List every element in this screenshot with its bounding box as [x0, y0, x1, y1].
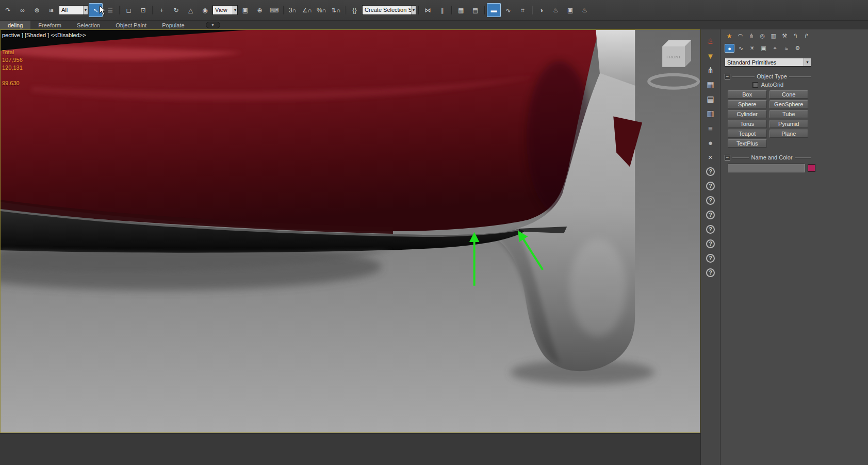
tab-populate[interactable]: Populate — [154, 21, 192, 29]
torus-button[interactable]: Torus — [728, 120, 767, 128]
use-pivot-center-icon[interactable]: ▣ — [238, 3, 252, 17]
space-warps-category-icon[interactable]: ≈ — [781, 44, 791, 53]
select-by-name-icon[interactable]: ☰ — [103, 3, 117, 17]
dock-help-icon[interactable]: ? — [703, 237, 718, 250]
autogrid-checkbox[interactable] — [752, 82, 758, 88]
bind-to-space-warp-icon[interactable]: ≋ — [44, 3, 58, 17]
dock-help-icon[interactable]: ? — [703, 165, 718, 178]
select-and-manipulate-icon[interactable]: ⊕ — [253, 3, 267, 17]
schematic-view-icon[interactable]: ⌗ — [516, 3, 530, 17]
tab-object-paint[interactable]: Object Paint — [108, 21, 154, 29]
material-editor-icon[interactable]: ◑ — [534, 3, 548, 17]
edit-named-selection-sets-icon[interactable]: {} — [348, 3, 362, 17]
dock-bucket-icon[interactable]: ▼ — [703, 49, 718, 62]
tab-selection[interactable]: Selection — [69, 21, 108, 29]
viewport-3d-scene[interactable]: FRONT — [1, 30, 700, 432]
create-tab-icon[interactable]: ★ — [725, 31, 734, 40]
dock-layers-icon[interactable]: ▤ — [703, 92, 718, 106]
pyramid-button[interactable]: Pyramid — [769, 120, 809, 128]
select-and-rotate-icon[interactable]: ↻ — [169, 3, 183, 17]
utilities-tab-icon[interactable]: ⚒ — [780, 31, 789, 40]
align-icon[interactable]: ∥ — [435, 3, 449, 17]
ribbon-minimize-button[interactable]: ▾ — [206, 22, 220, 28]
plane-button[interactable]: Plane — [769, 130, 809, 138]
geometry-category-icon[interactable]: ● — [725, 44, 734, 53]
dock-help-icon[interactable]: ? — [703, 179, 718, 193]
motion-tab-icon[interactable]: ◎ — [758, 31, 767, 40]
dock-checker-icon[interactable]: ▦ — [703, 78, 718, 91]
reference-coordinate-system-combo[interactable]: View▾ — [212, 3, 238, 17]
dock-help-icon[interactable]: ? — [703, 266, 718, 279]
tab-freeform[interactable]: Freeform — [30, 21, 69, 29]
select-and-move-icon[interactable]: + — [155, 3, 169, 17]
dock-render-icon[interactable]: ♨ — [703, 35, 718, 48]
object-name-input[interactable] — [728, 164, 805, 172]
mirror-icon[interactable]: ⋈ — [421, 3, 435, 17]
percent-snap-icon[interactable]: %∩ — [315, 3, 329, 17]
select-and-link-icon[interactable]: ∞ — [15, 3, 29, 17]
shapes-category-icon[interactable]: ∿ — [736, 44, 746, 53]
toolbar-item[interactable] — [417, 3, 420, 17]
object-color-swatch[interactable] — [808, 164, 815, 172]
render-production-icon[interactable]: ♨ — [578, 3, 592, 17]
render-setup-icon[interactable]: ♨ — [549, 3, 563, 17]
panel-prev-icon[interactable]: ↰ — [791, 31, 800, 40]
collapse-icon[interactable]: − — [725, 74, 730, 79]
hierarchy-tab-icon[interactable]: ⋔ — [747, 31, 756, 40]
toolbar-item[interactable] — [483, 3, 486, 17]
toggle-ribbon-icon[interactable]: ▬ — [487, 3, 501, 17]
dock-sphere-icon[interactable]: ● — [703, 136, 718, 149]
lights-category-icon[interactable]: ☀ — [747, 44, 757, 53]
angle-snap-icon[interactable]: ∠∩ — [300, 3, 314, 17]
toolbar-item[interactable] — [343, 3, 347, 17]
collapse-icon[interactable]: − — [725, 155, 730, 161]
layer-explorer-icon[interactable]: ▤ — [468, 3, 482, 17]
dock-slate-icon[interactable]: ▥ — [703, 107, 718, 120]
named-selection-sets-combo[interactable]: Create Selection Se▾ — [362, 3, 416, 17]
primitives-dropdown[interactable]: Standard Primitives ▾ — [725, 58, 811, 67]
tube-button[interactable]: Tube — [769, 110, 809, 118]
toolbar-item[interactable] — [151, 3, 154, 17]
dock-close-icon[interactable]: × — [703, 150, 718, 164]
dock-help-icon[interactable]: ? — [703, 208, 718, 221]
redo-icon[interactable]: ↷ — [1, 3, 15, 17]
cameras-category-icon[interactable]: ▣ — [759, 44, 768, 53]
tab-modeling[interactable]: deling — [0, 21, 30, 29]
sphere-button[interactable]: Sphere — [728, 100, 767, 108]
systems-category-icon[interactable]: ⚙ — [793, 44, 803, 53]
viewport-label[interactable]: pective ] [Shaded ] <<Disabled>> — [2, 32, 86, 38]
textplus-button[interactable]: TextPlus — [728, 139, 767, 148]
dock-stack-icon[interactable]: ≡ — [703, 121, 718, 135]
rollout-object-type[interactable]: − Object Type — [725, 73, 811, 79]
keyboard-override-toggle-icon[interactable]: ⌨ — [267, 3, 281, 17]
scene-explorer-icon[interactable]: ▦ — [454, 3, 468, 17]
select-and-scale-icon[interactable]: △ — [184, 3, 198, 17]
snaps-toggle-icon[interactable]: 3∩ — [286, 3, 300, 17]
dock-graph-icon[interactable]: ⋔ — [703, 63, 718, 77]
dock-help-icon[interactable]: ? — [703, 251, 718, 265]
toolbar-item[interactable] — [282, 3, 285, 17]
select-and-place-icon[interactable]: ◉ — [198, 3, 212, 17]
selection-filter-combo[interactable]: All▾ — [59, 3, 88, 17]
panel-next-icon[interactable]: ↱ — [802, 31, 811, 40]
toolbar-item[interactable] — [118, 3, 121, 17]
unlink-selection-icon[interactable]: ⊗ — [30, 3, 44, 17]
rendered-frame-window-icon[interactable]: ▣ — [563, 3, 577, 17]
teapot-button[interactable]: Teapot — [728, 130, 767, 138]
geosphere-button[interactable]: GeoSphere — [769, 100, 809, 108]
curve-editor-icon[interactable]: ∿ — [501, 3, 515, 17]
selection-region-icon[interactable]: ◻ — [122, 3, 136, 17]
toolbar-item[interactable] — [450, 3, 453, 17]
toolbar-item[interactable] — [530, 3, 534, 17]
modify-tab-icon[interactable]: ◠ — [735, 31, 745, 40]
cylinder-button[interactable]: Cylinder — [728, 110, 767, 118]
spinner-snap-icon[interactable]: ⇅∩ — [329, 3, 343, 17]
cone-button[interactable]: Cone — [769, 90, 809, 99]
dock-help-icon[interactable]: ? — [703, 194, 718, 207]
rollout-name-and-color[interactable]: − Name and Color — [725, 154, 811, 161]
perspective-viewport[interactable]: FRONT pective ] [Shaded ] <<Disabled>> T… — [0, 29, 700, 433]
dock-help-icon[interactable]: ? — [703, 222, 718, 236]
select-object-button[interactable]: ↖ — [89, 3, 103, 17]
helpers-category-icon[interactable]: ⌖ — [770, 44, 780, 53]
box-button[interactable]: Box — [728, 90, 767, 99]
